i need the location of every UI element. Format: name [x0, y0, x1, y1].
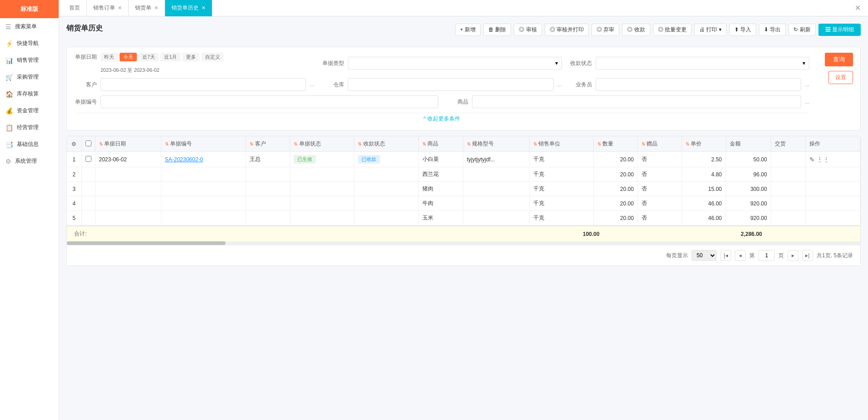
sidebar-item-basic-info[interactable]: 📑 基础信息 — [0, 136, 59, 153]
tab-home-label: 首页 — [69, 4, 80, 12]
print-button[interactable]: 🖨 打印 ▾ — [694, 24, 727, 36]
cell-payment-status — [354, 167, 418, 182]
collapse-row: ^ 收起更多条件 — [74, 113, 809, 125]
cell-checkbox[interactable] — [81, 152, 95, 167]
col-doc-date[interactable]: ⇅ 单据日期 — [95, 136, 161, 152]
sidebar-item-finance[interactable]: 💰 资金管理 — [0, 102, 59, 119]
product-input[interactable] — [472, 95, 801, 108]
doc-no-input[interactable] — [100, 95, 438, 108]
tab-home[interactable]: 首页 — [63, 0, 87, 16]
customer-dots[interactable]: ... — [310, 81, 314, 88]
product-label: 商品 — [446, 98, 468, 106]
col-transaction[interactable]: 交货 — [771, 136, 805, 152]
sidebar-item-system[interactable]: ⚙ 系统管理 — [0, 153, 59, 170]
col-amount[interactable]: 金额 — [726, 136, 771, 152]
col-unit[interactable]: ⇅ 销售单位 — [529, 136, 593, 152]
cell-product: 西兰花 — [418, 167, 463, 182]
date-pill-yesterday[interactable]: 昨天 — [100, 53, 118, 61]
audit-button[interactable]: ◎ 审核 — [514, 24, 542, 36]
sales-mgmt-icon: 📊 — [5, 57, 13, 64]
warehouse-input[interactable] — [348, 78, 553, 91]
col-checkbox[interactable] — [81, 136, 95, 152]
date-pill-1month[interactable]: 近1月 — [161, 53, 181, 61]
doc-no-label: 单据编号 — [74, 98, 97, 106]
export-button[interactable]: ⬇ 导出 — [759, 24, 786, 36]
date-pill-more[interactable]: 更多 — [182, 53, 200, 61]
more-action-icon[interactable]: ⋮⋮ — [817, 156, 829, 163]
tab-sales-delivery-label: 销货单 — [135, 4, 151, 12]
cell-product: 牛肉 — [418, 196, 463, 211]
delete-button[interactable]: 🗑 删除 — [483, 24, 511, 36]
sidebar-item-quick-nav[interactable]: ⚡ 快捷导航 — [0, 35, 59, 52]
sidebar-item-inventory[interactable]: 🏠 库存核算 — [0, 85, 59, 102]
show-detail-button[interactable]: ☰ 显示明细 — [818, 24, 861, 36]
discard-button[interactable]: ◎ 弃审 — [592, 24, 619, 36]
prev-page-button[interactable]: ◂ — [735, 250, 746, 261]
sidebar: 标准版 ☰ 搜索菜单 ⚡ 快捷导航 📊 销售管理 🛒 采购管理 🏠 库存核算 💰… — [0, 0, 59, 420]
sidebar-item-sales-mgmt[interactable]: 📊 销售管理 — [0, 52, 59, 69]
refresh-button[interactable]: ↻ 刷新 — [788, 24, 815, 36]
import-button[interactable]: ⬆ 导入 — [729, 24, 756, 36]
sidebar-item-search-menu[interactable]: ☰ 搜索菜单 — [0, 18, 59, 35]
add-button[interactable]: + 新增 — [455, 24, 481, 36]
cell-checkbox[interactable] — [81, 167, 95, 182]
tab-sales-delivery[interactable]: 销货单 ✕ — [129, 0, 165, 16]
select-all-checkbox[interactable] — [85, 140, 91, 146]
collapse-button[interactable]: ^ 收起更多条件 — [423, 115, 460, 123]
cell-checkbox[interactable] — [81, 182, 95, 196]
sidebar-item-operations[interactable]: 📋 经营管理 — [0, 119, 59, 136]
close-sales-delivery-icon[interactable]: ✕ — [154, 5, 158, 11]
query-button[interactable]: 查询 — [825, 53, 853, 66]
sort-icon: ⇅ — [533, 141, 537, 146]
col-doc-status[interactable]: ⇅ 单据状态 — [290, 136, 354, 152]
col-payment-status[interactable]: ⇅ 收款状态 — [354, 136, 418, 152]
horizontal-scrollbar[interactable] — [67, 241, 860, 245]
salesperson-dots[interactable]: ... — [805, 81, 809, 88]
payment-status-select[interactable]: ▾ — [596, 57, 809, 70]
close-sales-order-icon[interactable]: ✕ — [118, 5, 122, 11]
scrollbar-thumb[interactable] — [67, 241, 226, 245]
doc-type-select[interactable]: ▾ — [348, 57, 562, 70]
customer-input[interactable] — [100, 78, 306, 91]
cell-checkbox[interactable] — [81, 196, 95, 211]
salesperson-input[interactable] — [596, 78, 801, 91]
tab-sales-order[interactable]: 销售订单 ✕ — [87, 0, 129, 16]
close-all-tabs-button[interactable]: ✕ — [851, 4, 864, 12]
col-quantity[interactable]: ⇅ 数量 — [594, 136, 638, 152]
filter-settings-button[interactable]: 设置 — [828, 71, 853, 84]
sidebar-item-label: 销售管理 — [17, 56, 39, 64]
collect-button[interactable]: ◎ 收款 — [622, 24, 650, 36]
col-unit-price[interactable]: ⇅ 单价 — [682, 136, 726, 152]
edit-action-icon[interactable]: ✎ — [809, 156, 815, 163]
row-checkbox[interactable] — [85, 156, 91, 162]
cell-checkbox[interactable] — [81, 211, 95, 225]
date-pill-custom[interactable]: 自定义 — [201, 53, 224, 61]
date-pill-today[interactable]: 今天 — [120, 53, 137, 61]
warehouse-dots[interactable]: ... — [557, 81, 562, 88]
page-size-label: 每页显示 — [666, 252, 688, 260]
col-customer[interactable]: ⇅ 客户 — [246, 136, 290, 152]
cell-doc-status — [290, 182, 354, 196]
page-size-select[interactable]: 50 100 200 — [692, 250, 717, 261]
col-settings[interactable]: ⚙ — [67, 136, 81, 152]
close-sales-history-icon[interactable]: ✕ — [201, 5, 206, 11]
cell-transaction — [771, 182, 805, 196]
doc-no-link[interactable]: SA-20230602-0 — [165, 156, 203, 163]
total-quantity: 100.00 — [583, 231, 600, 237]
date-pill-7days[interactable]: 近7天 — [139, 53, 159, 61]
col-gift[interactable]: ⇅ 赠品 — [637, 136, 682, 152]
product-dots[interactable]: ... — [805, 99, 809, 105]
page-number-input[interactable] — [758, 250, 775, 261]
cell-quantity: 20.00 — [594, 211, 638, 225]
first-page-button[interactable]: |◂ — [720, 250, 731, 261]
sidebar-item-purchase-mgmt[interactable]: 🛒 采购管理 — [0, 69, 59, 85]
col-product[interactable]: ⇅ 商品 — [418, 136, 463, 152]
batch-change-button[interactable]: ◎ 批量变更 — [653, 24, 692, 36]
col-doc-no[interactable]: ⇅ 单据编号 — [161, 136, 246, 152]
tab-sales-history[interactable]: 销货单历史 ✕ — [165, 0, 212, 16]
audit-print-button[interactable]: ◎ 审核并打印 — [545, 24, 589, 36]
last-page-button[interactable]: ▸| — [802, 250, 813, 261]
col-spec[interactable]: ⇅ 规格型号 — [463, 136, 529, 152]
filter-warehouse: 仓库 ... — [321, 78, 562, 91]
next-page-button[interactable]: ▸ — [788, 250, 798, 261]
